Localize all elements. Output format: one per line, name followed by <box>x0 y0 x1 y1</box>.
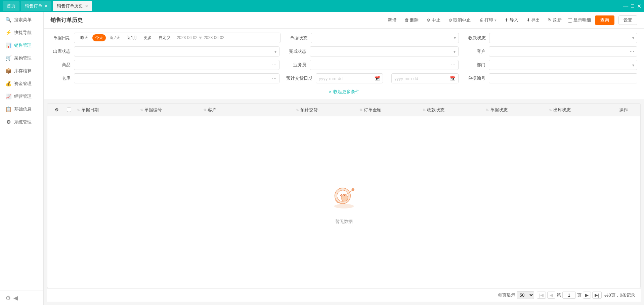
per-page-selector: 每页显示 50 10 20 100 <box>498 291 534 299</box>
refresh-label: ↻ 刷新 <box>548 17 562 23</box>
sidebar-item-basic[interactable]: 📋 基础信息 <box>0 103 43 116</box>
purchase-icon: 🛒 <box>5 55 11 61</box>
display-dense-toggle[interactable]: 显示明细 <box>568 17 591 23</box>
sidebar-item-quick-nav-label: 快捷导航 <box>14 30 32 36</box>
date-chip-custom[interactable]: 自定义 <box>156 34 173 41</box>
sidebar-item-inventory-label: 库存核算 <box>14 68 32 74</box>
new-button[interactable]: + 新增 <box>382 16 398 25</box>
sidebar-item-system[interactable]: ⚙ 系统管理 <box>0 116 43 128</box>
sidebar-item-search-menu[interactable]: 🔍 搜索菜单 <box>0 13 43 26</box>
tab-sales-order-history-close[interactable]: ✕ <box>85 4 88 8</box>
page-next-button[interactable]: ▶ <box>583 292 591 299</box>
sidebar-item-finance[interactable]: 💰 资金管理 <box>0 77 43 90</box>
product-field[interactable]: ··· <box>74 60 280 70</box>
import-button[interactable]: ⬆ 导入 <box>503 16 520 25</box>
empty-text: 暂无数据 <box>335 219 353 225</box>
sidebar-item-inventory[interactable]: 📦 库存核算 <box>0 65 43 77</box>
tab-sales-order-close[interactable]: ✕ <box>44 4 47 8</box>
search-menu-icon: 🔍 <box>5 17 11 23</box>
inventory-icon: 📦 <box>5 68 11 74</box>
warehouse-dots[interactable]: ··· <box>272 75 276 81</box>
sidebar-item-quick-nav[interactable]: ⚡ 快捷导航 <box>0 26 43 39</box>
sidebar-item-sales[interactable]: 📊 销售管理 <box>0 39 43 52</box>
th-amount[interactable]: 订单金额 <box>357 107 421 113</box>
svg-point-7 <box>344 195 345 196</box>
select-all-checkbox[interactable] <box>67 108 71 112</box>
content-area: 销售订单历史 + 新增 🗑 删除 ⊘ 中止 ⊘ 取消中止 🖨 打印 ▾ <box>44 12 644 305</box>
query-button[interactable]: 查询 <box>595 15 614 25</box>
stop-button[interactable]: ⊘ 中止 <box>425 16 442 25</box>
display-dense-checkbox[interactable] <box>568 18 572 23</box>
customer-dots[interactable]: ··· <box>630 48 634 54</box>
sidebar-settings-icon[interactable]: ⚙ <box>5 294 11 302</box>
page-first-button[interactable]: |◀ <box>537 292 546 299</box>
department-select[interactable] <box>489 60 637 70</box>
new-label: + 新增 <box>384 17 396 23</box>
date-chip-today[interactable]: 今天 <box>92 34 106 41</box>
th-receipt-sort <box>423 107 426 112</box>
delete-button[interactable]: 🗑 删除 <box>402 16 421 25</box>
th-expected-date[interactable]: 预计交货... <box>294 107 357 113</box>
expected-date-from-placeholder: yyyy-mm-dd <box>319 76 373 81</box>
date-chip-more[interactable]: 更多 <box>141 34 155 41</box>
receipt-status-select[interactable] <box>489 33 637 43</box>
th-customer[interactable]: 客户 <box>201 107 294 113</box>
complete-chevron <box>454 49 456 54</box>
outbound-status-select[interactable] <box>74 46 280 56</box>
th-receipt-status[interactable]: 收款状态 <box>421 107 484 113</box>
expected-date-from[interactable]: yyyy-mm-dd 📅 <box>316 73 383 83</box>
complete-status-label: 完成状态 <box>286 48 310 54</box>
date-chip-7days[interactable]: 近7天 <box>107 34 123 41</box>
page-last-button[interactable]: ▶| <box>592 292 601 299</box>
sidebar-collapse-icon[interactable]: ◀ <box>13 294 18 302</box>
calendar-to-icon: 📅 <box>450 76 456 81</box>
print-button[interactable]: 🖨 打印 ▾ <box>477 16 499 25</box>
date-chip-yesterday[interactable]: 昨天 <box>78 34 91 41</box>
th-expected-sort <box>296 107 299 112</box>
table-settings-button[interactable]: ⚙ <box>51 107 63 112</box>
filter-row-4: 仓库 ··· 预计交货日期 yyyy-mm-dd 📅 — yyyy-mm-dd … <box>50 73 637 83</box>
page-prev-button[interactable]: ◀ <box>547 292 555 299</box>
complete-status-select[interactable] <box>310 46 458 56</box>
page-number-input[interactable] <box>562 292 576 299</box>
th-date[interactable]: 单据日期 <box>75 107 138 113</box>
bill-number-field[interactable] <box>489 73 637 83</box>
warehouse-field[interactable]: ··· <box>74 73 280 83</box>
sidebar-item-purchase[interactable]: 🛒 采购管理 <box>0 52 43 65</box>
expected-date-to[interactable]: yyyy-mm-dd 📅 <box>391 73 459 83</box>
print-dropdown-icon[interactable]: ▾ <box>495 18 497 23</box>
page-header: 销售订单历史 + 新增 🗑 删除 ⊘ 中止 ⊘ 取消中止 🖨 打印 ▾ <box>44 12 644 29</box>
refresh-button[interactable]: ↻ 刷新 <box>546 16 564 25</box>
minimize-icon[interactable]: — <box>623 3 628 9</box>
receipt-status-chevron <box>632 35 634 40</box>
sidebar-item-operation-label: 经营管理 <box>14 93 32 100</box>
th-bill-status[interactable]: 单据状态 <box>484 107 547 113</box>
cancel-stop-button[interactable]: ⊘ 取消中止 <box>446 16 473 25</box>
salesperson-field[interactable]: ··· <box>310 60 458 70</box>
setting-button[interactable]: 设置 <box>618 15 637 25</box>
maximize-icon[interactable]: □ <box>631 3 634 9</box>
th-number[interactable]: 单据编号 <box>138 107 201 113</box>
bill-status-label: 单据状态 <box>287 35 311 41</box>
product-dots[interactable]: ··· <box>272 62 276 68</box>
table-select-all[interactable] <box>63 108 75 112</box>
th-outbound-status[interactable]: 出库状态 <box>547 107 610 113</box>
th-bill-sort <box>486 107 489 112</box>
sidebar-item-operation[interactable]: 📈 经营管理 <box>0 90 43 103</box>
window-close-icon[interactable]: ✕ <box>637 3 641 9</box>
expected-date-to-placeholder: yyyy-mm-dd <box>394 76 448 81</box>
salesperson-dots[interactable]: ··· <box>451 62 455 68</box>
date-dash: — <box>385 76 389 81</box>
export-button[interactable]: ⬇ 导出 <box>524 16 542 25</box>
collapse-conditions[interactable]: ∧ 收起更多条件 <box>50 87 637 96</box>
customer-field[interactable]: ··· <box>489 46 637 56</box>
tab-home[interactable]: 首页 <box>3 1 19 11</box>
page-prefix-label: 第 <box>557 292 561 298</box>
tab-sales-order[interactable]: 销售订单 ✕ <box>21 1 51 11</box>
bill-status-select[interactable] <box>311 33 459 43</box>
tab-sales-order-history[interactable]: 销售订单历史 ✕ <box>53 1 92 11</box>
import-label: ⬆ 导入 <box>505 17 518 23</box>
per-page-select[interactable]: 50 10 20 100 <box>517 291 534 299</box>
date-chip-1month[interactable]: 近1月 <box>124 34 140 41</box>
th-outbound-label: 出库状态 <box>553 107 571 113</box>
